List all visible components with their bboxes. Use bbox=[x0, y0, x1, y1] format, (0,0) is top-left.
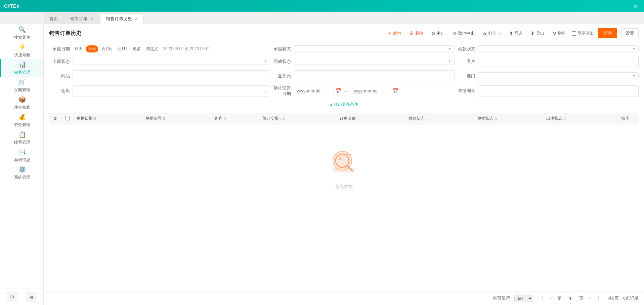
fund-mgmt-icon: 💰 bbox=[18, 113, 26, 121]
collapse-row[interactable]: ▲ 收起更多条件 bbox=[49, 100, 639, 109]
date-separator: — bbox=[342, 88, 349, 93]
date-more-btn[interactable]: 更多 bbox=[131, 45, 143, 52]
tab-sales-order-close[interactable]: ✕ bbox=[90, 16, 94, 21]
th-amount-sort-icon[interactable]: ⇅ bbox=[357, 117, 360, 120]
sidebar-item-quick-nav-label: 快捷导航 bbox=[14, 52, 30, 58]
department-select[interactable]: ▼ bbox=[478, 72, 639, 79]
sidebar-item-search-menu[interactable]: 🔍 搜索菜单 bbox=[0, 24, 43, 42]
sidebar-item-sales-mgmt[interactable]: 📊 销售管理 bbox=[0, 59, 43, 77]
th-payment-status-label: 收款状态 bbox=[409, 116, 425, 121]
data-table: ⚙ 单据日期 ⇅ 单据编号 ⇅ bbox=[49, 113, 639, 124]
sidebar-item-purchase-mgmt[interactable]: 🛒 采购管理 bbox=[0, 77, 43, 94]
th-date-sort-icon[interactable]: ⇅ bbox=[94, 117, 96, 120]
sidebar-settings-icon[interactable]: ⚙ bbox=[7, 292, 17, 302]
warehouse-dots-btn[interactable]: ··· bbox=[263, 88, 267, 93]
date-today-btn[interactable]: 今天 bbox=[86, 45, 98, 52]
tab-sales-order[interactable]: 销售订单 ✕ bbox=[65, 13, 99, 24]
filter-col-order-no: 单据编号 bbox=[455, 85, 639, 97]
warehouse-input[interactable] bbox=[76, 87, 261, 95]
stop-button[interactable]: ⊘ 中止 bbox=[429, 29, 447, 38]
settings-button[interactable]: 设置 bbox=[621, 28, 639, 38]
sidebar-item-ops-mgmt[interactable]: 📋 经营管理 bbox=[0, 129, 43, 147]
tab-sales-history[interactable]: 销售订单历史 ✕ bbox=[100, 13, 144, 24]
sidebar-item-search-menu-label: 搜索菜单 bbox=[14, 35, 30, 40]
tab-home-label: 首页 bbox=[49, 16, 58, 22]
page-label-pre: 第 bbox=[557, 295, 562, 301]
stop-icon: ⊘ bbox=[431, 31, 435, 36]
delivery-date-input-wrap: 📅 — 📅 bbox=[294, 87, 454, 95]
tab-home[interactable]: 首页 bbox=[44, 13, 64, 24]
filter-col-salesperson: 业务员 ··· bbox=[270, 70, 454, 81]
goods-input[interactable] bbox=[76, 72, 261, 80]
export-button[interactable]: ⬇ 导出 bbox=[529, 29, 546, 38]
delivery-date-from-input[interactable] bbox=[294, 87, 334, 95]
prev-page-btn[interactable]: ＜ bbox=[547, 294, 555, 302]
purchase-mgmt-icon: 🛒 bbox=[18, 78, 26, 86]
sidebar-item-basic-info[interactable]: 📑 基础信息 bbox=[0, 147, 43, 164]
th-amount-label: 订单金额 bbox=[340, 116, 356, 121]
tab-bar: 首页 销售订单 ✕ 销售订单历史 ✕ bbox=[0, 12, 644, 24]
order-status-chevron: ▼ bbox=[448, 47, 452, 51]
th-order-no-label: 单据编号 bbox=[145, 116, 162, 121]
date-custom-btn[interactable]: 自定义 bbox=[144, 45, 160, 52]
next-page-btn[interactable]: ＞ bbox=[586, 294, 594, 302]
salesperson-dots-btn[interactable]: ··· bbox=[448, 73, 452, 78]
payment-status-select[interactable]: ▼ bbox=[478, 45, 639, 52]
basic-info-icon: 📑 bbox=[18, 148, 26, 156]
current-page-input[interactable] bbox=[564, 295, 577, 302]
import-button[interactable]: ⬆ 导入 bbox=[507, 29, 525, 38]
top-bar: OfTEn ✕ bbox=[0, 0, 644, 12]
calendar-from-icon[interactable]: 📅 bbox=[335, 88, 341, 93]
add-button[interactable]: ＋ 新增 bbox=[385, 29, 403, 38]
goods-dots-btn[interactable]: ··· bbox=[263, 73, 267, 78]
query-button[interactable]: 查询 bbox=[598, 28, 617, 38]
customer-dots-btn[interactable]: ··· bbox=[632, 59, 636, 64]
first-page-btn[interactable]: 《 bbox=[537, 294, 545, 302]
th-payment-status-sort-icon[interactable]: ⇅ bbox=[426, 117, 429, 120]
refresh-button[interactable]: ↻ 刷新 bbox=[550, 29, 568, 38]
customer-label: 客户 bbox=[455, 59, 478, 65]
print-button[interactable]: 🖨 打印 ▼ bbox=[480, 29, 503, 38]
goods-label: 商品 bbox=[49, 73, 73, 79]
delete-button[interactable]: 🗑 删除 bbox=[407, 29, 425, 38]
complete-status-select[interactable]: ▼ bbox=[294, 58, 454, 65]
sidebar-item-fund-mgmt-label: 资金管理 bbox=[14, 122, 30, 128]
tab-sales-history-close[interactable]: ✕ bbox=[135, 16, 138, 21]
delivery-date-to-input[interactable] bbox=[351, 87, 391, 95]
tab-sales-order-label: 销售订单 bbox=[70, 16, 88, 22]
filter-col-warehouse: 仓库 ··· bbox=[49, 85, 270, 97]
per-page-select[interactable]: 50 10 20 100 bbox=[514, 295, 533, 302]
sidebar-item-system-mgmt[interactable]: ⚙️ 系统管理 bbox=[0, 164, 43, 182]
th-payment-status: 收款状态 ⇅ bbox=[405, 113, 474, 124]
order-no-input[interactable] bbox=[481, 87, 636, 95]
order-status-select[interactable]: ▼ bbox=[294, 45, 454, 52]
select-all-checkbox[interactable] bbox=[65, 116, 70, 120]
cancel-stop-button[interactable]: ⊘ 取消中止 bbox=[451, 29, 476, 38]
th-ops: 操作 bbox=[612, 113, 639, 124]
last-page-btn[interactable]: 》 bbox=[596, 294, 604, 302]
sidebar-collapse-icon[interactable]: ◀ bbox=[26, 292, 37, 302]
window-close-button[interactable]: ✕ bbox=[631, 1, 640, 11]
sales-mgmt-icon: 📊 bbox=[18, 61, 26, 68]
sidebar-item-quick-nav[interactable]: ⚡ 快捷导航 bbox=[0, 42, 43, 59]
th-customer: 客户 ⇅ bbox=[211, 113, 259, 124]
th-order-status-sort-icon[interactable]: ⇅ bbox=[495, 117, 498, 120]
refresh-icon: ↻ bbox=[552, 31, 556, 36]
date-last7-btn[interactable]: 近7天 bbox=[99, 45, 114, 52]
date-yesterday-btn[interactable]: 昨天 bbox=[73, 45, 85, 52]
sidebar-item-inventory-calc[interactable]: 📦 库存核算 bbox=[0, 94, 43, 112]
sidebar-item-fund-mgmt[interactable]: 💰 资金管理 bbox=[0, 112, 43, 129]
customer-input[interactable] bbox=[481, 58, 630, 65]
out-status-select[interactable]: ▼ bbox=[73, 58, 270, 65]
display-toggle-checkbox[interactable] bbox=[572, 31, 576, 36]
th-delivery-date-sort-icon[interactable]: ⇅ bbox=[283, 117, 286, 120]
th-order-no-sort-icon[interactable]: ⇅ bbox=[163, 117, 165, 120]
settings-icon[interactable]: ⚙ bbox=[53, 116, 57, 121]
th-customer-sort-icon[interactable]: ⇅ bbox=[223, 117, 226, 120]
calendar-to-icon[interactable]: 📅 bbox=[392, 88, 398, 93]
salesperson-label: 业务员 bbox=[270, 73, 294, 79]
th-date: 单据日期 ⇅ bbox=[73, 113, 142, 124]
salesperson-input[interactable] bbox=[297, 72, 445, 80]
th-out-status-sort-icon[interactable]: ⇅ bbox=[563, 117, 566, 120]
date-last1m-btn[interactable]: 近1月 bbox=[115, 45, 130, 52]
